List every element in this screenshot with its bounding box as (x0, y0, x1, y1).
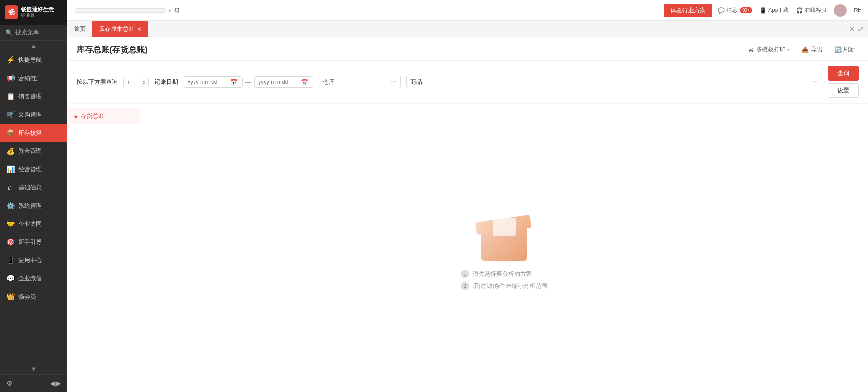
sidebar-item-finance[interactable]: 💰 资金管理 (0, 142, 67, 160)
nav-list: ⚡ 快捷导航 📢 营销推广 📋 销售管理 🛒 采购管理 📦 库存核算 💰 资金管… (0, 51, 67, 364)
empty-illustration (468, 206, 541, 261)
refresh-button[interactable]: 🔄 刷新 (831, 44, 859, 56)
tab-inventory-cost[interactable]: 库存成本总账 ✕ (92, 21, 148, 37)
sales-icon: 📋 (6, 92, 15, 101)
operation-icon: 📊 (6, 165, 15, 173)
marketing-icon: 📢 (6, 74, 15, 82)
tabbar: 首页 库存成本总账 ✕ ✕ ⤢ (67, 21, 868, 37)
product-more-icon[interactable]: ··· (812, 78, 818, 86)
page-header: 库存总账(存货总账) 🖨 按模板打印 ▾ 📤 导出 🔄 刷新 (67, 37, 868, 61)
topbar-chevron-icon[interactable]: ▾ (168, 7, 171, 14)
sidebar-item-enterprise[interactable]: 🤝 企业协同 (0, 215, 67, 233)
tab-home[interactable]: 首页 (67, 21, 92, 37)
query-button[interactable]: 查询 (828, 66, 859, 81)
message-badge: 99+ (740, 7, 752, 13)
date-start-field[interactable] (188, 79, 229, 85)
print-button[interactable]: 🖨 按模板打印 ▾ (745, 44, 793, 56)
sidebar-item-member[interactable]: 👑 畅会员 (0, 288, 67, 306)
sidebar-item-marketing[interactable]: 📢 营销推广 (0, 69, 67, 87)
print-chevron-icon: ▾ (787, 47, 790, 52)
online-service-icon: 🎧 (796, 7, 803, 14)
enterprise-icon: 🤝 (6, 220, 15, 228)
sidebar-item-label: 快捷导航 (18, 56, 42, 64)
topbar-search-area: ▾ ⚙ (75, 6, 659, 15)
online-service-button[interactable]: 🎧 在线客服 (796, 6, 827, 14)
hint-num-1: 1 (461, 270, 469, 278)
date-end-field[interactable] (258, 79, 299, 85)
username-label: Rit (854, 7, 861, 14)
tab-close-panel-icon[interactable]: ✕ (849, 25, 855, 33)
filter-bar: 按以下方案查询 + « 记账日期 📅 — 📅 仓库 ··· 商 (67, 61, 868, 104)
print-icon: 🖨 (748, 46, 754, 53)
filter-collapse-button[interactable]: « (139, 77, 149, 87)
online-service-label: 在线客服 (805, 6, 827, 14)
sidebar-item-basic[interactable]: 🗂 基础信息 (0, 178, 67, 197)
message-button[interactable]: 💬 消息 99+ (718, 6, 752, 14)
warehouse-more-icon[interactable]: ··· (391, 78, 397, 86)
hint-text-1: 请先选择要分析的方案 (473, 270, 532, 278)
sidebar-item-app-center[interactable]: 📱 应用中心 (0, 251, 67, 270)
sidebar-item-label: 销售管理 (18, 92, 42, 101)
export-label: 导出 (811, 46, 822, 54)
scroll-down-button[interactable]: ▼ (0, 364, 67, 374)
sidebar-item-inventory[interactable]: 📦 库存核算 (0, 124, 67, 142)
sidebar-item-label: 营销推广 (18, 74, 42, 82)
product-select[interactable]: 商品 ··· (406, 76, 822, 88)
tab-expand-icon[interactable]: ⤢ (858, 25, 863, 33)
main-content: ● 存货总账 1 请先选择要分析的方案 (67, 104, 868, 392)
sidebar-item-sales[interactable]: 📋 销售管理 (0, 87, 67, 106)
sidebar-item-label: 企业协同 (18, 220, 42, 228)
sidebar-item-operation[interactable]: 📊 经营管理 (0, 160, 67, 178)
sidebar-item-label: 企业微信 (18, 275, 42, 283)
scheme-item-inventory-ledger[interactable]: ● 存货总账 (67, 108, 140, 124)
scheme-item-label: 存货总账 (81, 112, 104, 120)
sidebar-item-label: 畅会员 (18, 293, 36, 301)
date-end-input[interactable]: 📅 (254, 76, 313, 88)
calendar-start-icon[interactable]: 📅 (230, 79, 238, 86)
purchase-icon: 🛒 (6, 111, 15, 119)
date-start-input[interactable]: 📅 (184, 76, 243, 88)
app-name: 畅捷通好生意 (21, 6, 54, 13)
sidebar-item-label: 系统管理 (18, 202, 42, 210)
print-label: 按模板打印 (756, 46, 786, 54)
sidebar-logo: 畅 畅捷通好生意 标准版 (0, 0, 67, 25)
date-separator: — (245, 79, 251, 86)
sidebar-item-quick-nav[interactable]: ⚡ 快捷导航 (0, 51, 67, 69)
scroll-up-button[interactable]: ▲ (0, 41, 67, 51)
sidebar-item-label: 应用中心 (18, 256, 42, 265)
industry-solution-button[interactable]: 体验行业方案 (664, 4, 712, 17)
sidebar-item-guide[interactable]: 🎯 新手引导 (0, 233, 67, 251)
app-download-button[interactable]: 📱 App下载 (760, 6, 789, 14)
empty-state: 1 请先选择要分析的方案 2 用[过滤]条件来缩小分析范围 (140, 104, 868, 392)
wechat-icon: 💬 (6, 275, 15, 283)
sidebar-item-purchase[interactable]: 🛒 采购管理 (0, 106, 67, 124)
search-menu-item[interactable]: 🔍 搜索菜单 (0, 25, 67, 41)
user-avatar[interactable] (834, 4, 847, 17)
refresh-icon: 🔄 (834, 46, 842, 53)
sidebar-item-label: 基础信息 (18, 183, 42, 192)
refresh-label: 刷新 (843, 46, 855, 54)
calendar-end-icon[interactable]: 📅 (301, 79, 308, 86)
export-icon: 📤 (802, 46, 809, 53)
topbar-right: 💬 消息 99+ 📱 App下载 🎧 在线客服 Rit (718, 4, 861, 17)
main-area: ▾ ⚙ 体验行业方案 💬 消息 99+ 📱 App下载 🎧 在线客服 Rit 首 (67, 0, 868, 392)
app-version: 标准版 (21, 13, 54, 18)
sidebar-item-system[interactable]: ⚙️ 系统管理 (0, 197, 67, 215)
settings-icon[interactable]: ⚙ (6, 379, 12, 387)
sidebar-item-label: 库存核算 (18, 129, 42, 137)
collapse-sidebar-icon[interactable]: ◀▶ (50, 379, 61, 387)
sidebar-item-wechat[interactable]: 💬 企业微信 (0, 270, 67, 288)
export-button[interactable]: 📤 导出 (798, 44, 826, 56)
message-icon: 💬 (718, 7, 725, 14)
tab-close-icon[interactable]: ✕ (137, 26, 142, 32)
empty-hints: 1 请先选择要分析的方案 2 用[过滤]条件来缩小分析范围 (461, 270, 547, 290)
sidebar-item-label: 资金管理 (18, 147, 42, 155)
warehouse-select[interactable]: 仓库 ··· (319, 76, 401, 88)
settings-button[interactable]: 设置 (828, 83, 859, 98)
quick-nav-icon: ⚡ (6, 56, 15, 64)
topbar-gear-icon[interactable]: ⚙ (174, 6, 180, 15)
tab-inventory-cost-label: 库存成本总账 (99, 25, 134, 33)
app-download-label: App下载 (768, 6, 789, 14)
filter-add-button[interactable]: + (123, 77, 133, 87)
system-icon: ⚙️ (6, 202, 15, 210)
